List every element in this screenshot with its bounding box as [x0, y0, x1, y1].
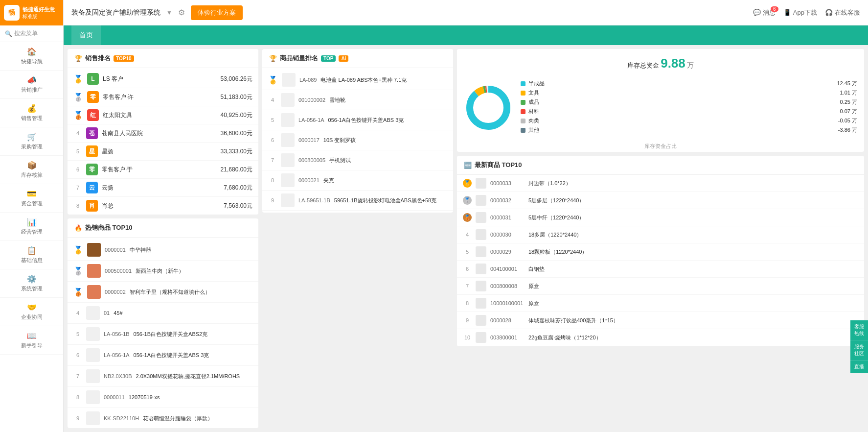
- left-panel: 🏆 销售排名 TOP10 🥇 L LS 客户 53,006.26元 🥈: [68, 49, 258, 428]
- list-item: 🥉 0000031 5层中纤（1220*2440）: [457, 209, 864, 226]
- sidebar-search[interactable]: 🔍 搜索菜单: [0, 25, 63, 42]
- guide-icon: 📖: [27, 331, 37, 340]
- hot-products-title: 热销商品 TOP10: [85, 223, 133, 232]
- rank-item: 4 苍 苍南县人民医院 36,600.00元: [68, 124, 258, 143]
- customer-value: 51,183.00元: [221, 93, 252, 101]
- customer-name: 云扬: [102, 184, 220, 192]
- list-item: 🥈 000500001 新西兰牛肉（新牛）: [68, 261, 258, 282]
- sidebar-item-inventory[interactable]: 📦 库存核算: [0, 156, 63, 184]
- customer-name: 红太阳文具: [103, 111, 217, 120]
- sidebar-item-system[interactable]: ⚙️ 系统管理: [0, 269, 63, 298]
- rank-number: 5: [73, 147, 82, 156]
- sidebar-item-purchase[interactable]: 🛒 采购管理: [0, 127, 63, 156]
- sidebar-item-collab[interactable]: 🤝 企业协同: [0, 298, 63, 326]
- gear-icon[interactable]: ⚙: [178, 8, 185, 17]
- body-area: 🏆 销售排名 TOP10 🥇 L LS 客户 53,006.26元 🥈: [64, 45, 868, 432]
- sidebar-item-finance[interactable]: 💳 资金管理: [0, 184, 63, 213]
- product-image: [86, 327, 100, 341]
- list-item: 10 003800001 22g鱼豆腐·烧烤味（1*12*20）: [457, 329, 864, 346]
- list-item: 7 000800008 原盒: [457, 278, 864, 295]
- sidebar: 畅 畅捷通好生意 标准版 🔍 搜索菜单 🏠 快捷导航 📣 营销推广 💰 销售管理…: [0, 0, 64, 432]
- customer-name: 零售客户·于: [102, 166, 217, 174]
- rank-number: 9: [463, 316, 472, 325]
- customer-value: 36,600.00元: [221, 129, 252, 138]
- product-image: [86, 390, 100, 404]
- rank-number: 8: [73, 201, 82, 210]
- list-item: 🥇 0000033 封边带（1.0*22）: [457, 175, 864, 192]
- gold-medal-icon: 🥇: [73, 245, 83, 255]
- rank-number: 9: [268, 196, 277, 205]
- sidebar-item-home[interactable]: 🏠 快捷导航: [0, 42, 63, 71]
- sidebar-item-basic[interactable]: 📋 基础信息: [0, 241, 63, 269]
- live-button[interactable]: 直播: [850, 360, 868, 373]
- product-icon: [476, 332, 486, 343]
- rank-number: 6: [73, 351, 82, 360]
- customer-rank-header: 🏆 销售排名 TOP10: [68, 49, 258, 68]
- avatar: 零: [87, 91, 99, 103]
- sidebar-logo: 畅 畅捷通好生意 标准版: [0, 0, 63, 25]
- service-community-button[interactable]: 服务社区: [850, 340, 868, 360]
- nav-tab-home[interactable]: 首页: [71, 25, 101, 45]
- gold-medal-icon: 🥇: [268, 75, 278, 85]
- right-panel: 库存总资金 9.88 万: [457, 49, 864, 428]
- product-image: [87, 243, 101, 257]
- rank-item: 🥉 红 红太阳文具 40,925.00元: [68, 106, 258, 124]
- sidebar-item-management[interactable]: 📊 经营管理: [0, 213, 63, 241]
- product-icon: [281, 133, 295, 147]
- message-badge[interactable]: 💬 消息 6: [753, 8, 776, 17]
- product-icon: [281, 173, 295, 187]
- list-item: 8 0000011 12070519-xs: [68, 387, 258, 408]
- customer-value: 7,563.00元: [224, 202, 252, 210]
- online-service[interactable]: 🎧 在线客服: [825, 8, 860, 17]
- customer-value: 33,333.00元: [221, 147, 252, 156]
- customer-name: 零售客户·许: [103, 93, 217, 101]
- sidebar-item-sales[interactable]: 💰 销售管理: [0, 99, 63, 127]
- rank-number: 4: [73, 129, 82, 138]
- silver-medal-icon: 🥈: [73, 93, 83, 102]
- list-item: 4 0000030 18多层（1220*2440）: [457, 226, 864, 243]
- inventory-icon: 📦: [27, 161, 37, 170]
- list-item: 9 KK-SD22110H 花语萌恒温分腿睡袋（厚款）: [68, 408, 258, 428]
- top-badge-teal: TOP: [321, 55, 336, 62]
- list-item: 🥉 0000002 智利车子里（规格不知道填什么）: [68, 282, 258, 303]
- customer-name: 肖总: [102, 202, 220, 210]
- rank-number: 6: [463, 264, 472, 273]
- rank-item: 6 零 零售客户·于 21,680.00元: [68, 161, 258, 179]
- legend-color: [521, 128, 525, 133]
- product-image: [86, 369, 100, 383]
- customer-name: 星扬: [102, 147, 217, 156]
- rank-number: 4: [463, 230, 472, 239]
- logo-text: 畅捷通好生意 标准版: [23, 6, 55, 19]
- customer-service-button[interactable]: 客服热线: [850, 320, 868, 340]
- customer-rank-card: 🏆 销售排名 TOP10 🥇 L LS 客户 53,006.26元 🥈: [68, 49, 258, 215]
- product-icon: [476, 298, 486, 309]
- latest-products-card: 🆕 最新商品 TOP10 🥇 0000033 封边带（1.0*22） 🥈 000…: [457, 156, 864, 346]
- finance-icon: 💳: [27, 189, 37, 198]
- fire-icon: 🔥: [74, 224, 82, 232]
- rank-number: 5: [73, 330, 82, 338]
- rank-number: 7: [73, 183, 82, 192]
- rank-number: 7: [268, 156, 277, 165]
- experience-plan-button[interactable]: 体验行业方案: [191, 5, 243, 20]
- legend-item: 其他 -3.86 万: [521, 126, 857, 134]
- legend-item: 文具 1.01 万: [521, 89, 857, 96]
- product-icon: [476, 246, 486, 257]
- sidebar-item-marketing[interactable]: 📣 营销推广: [0, 71, 63, 99]
- middle-panel: 🏆 商品销量排名 TOP Ai 🥇 LA-089 电池盖 LA-089 ABS本…: [262, 49, 453, 428]
- message-count: 6: [771, 6, 778, 12]
- list-item: 6 LA-056-1A 056-1A白色按键开关盖ABS 3克: [68, 345, 258, 366]
- dropdown-arrow-icon[interactable]: ▼: [166, 9, 172, 16]
- legend-item: 成品 0.25 万: [521, 98, 857, 106]
- system-title: 装备及固定资产辅助管理系统: [71, 8, 160, 17]
- rank-number: 5: [268, 116, 277, 124]
- sidebar-item-guide[interactable]: 📖 新手引导: [0, 326, 63, 355]
- rank-number: 7: [73, 372, 82, 381]
- latest-products-list: 🥇 0000033 封边带（1.0*22） 🥈 0000032 5层多层（122…: [457, 175, 864, 346]
- product-icon: [476, 229, 486, 240]
- collab-icon: 🤝: [27, 303, 37, 312]
- list-item: 7 NB2.0X30B 2.0X30MM双搓花轴,搓花直径2.1MM/ROHS: [68, 366, 258, 387]
- rank-number: 8: [463, 299, 472, 308]
- app-download[interactable]: 📱 App下载: [783, 8, 817, 17]
- bronze-medal-icon: 🥉: [73, 111, 83, 120]
- message-icon: 💬: [753, 9, 761, 16]
